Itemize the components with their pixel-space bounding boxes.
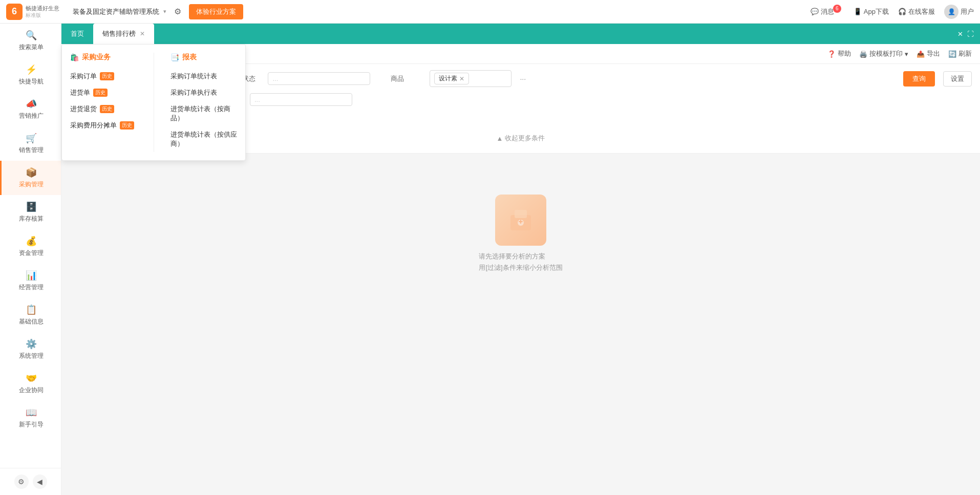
- inbound-label: 进货单: [70, 88, 90, 97]
- tab-expand-icon[interactable]: ⛶: [967, 30, 974, 38]
- svg-rect-1: [515, 210, 527, 218]
- sidebar-item-quick-nav[interactable]: ⚡ 快捷导航: [0, 58, 61, 92]
- quick-nav-icon: ⚡: [26, 64, 37, 75]
- empty-text: 请先选择要分析的方案 用[过滤]条件来缩小分析范围: [479, 252, 562, 274]
- purchase-section-icon: 🛍️: [70, 53, 79, 61]
- report-section-icon: 📑: [171, 53, 179, 61]
- headset-icon: 🎧: [898, 8, 906, 15]
- sidebar: 🔍 搜索菜单 ⚡ 快捷导航 📣 营销推广 🛒 销售管理 📦 采购管理 🗄️ 库存…: [0, 24, 61, 495]
- sales-icon: 🛒: [26, 133, 37, 144]
- print-button[interactable]: 🖨️ 按模板打印 ▾: [859, 49, 908, 58]
- refresh-button[interactable]: 🔄 刷新: [948, 49, 972, 58]
- dropdown-item-expense[interactable]: 采购费用分摊单 历史: [70, 117, 137, 134]
- sidebar-item-system[interactable]: ⚙️ 系统管理: [0, 332, 61, 367]
- print-icon: 🖨️: [859, 50, 867, 58]
- main-wrapper: 🛍️ 采购业务 采购订单 历史 进货单 历史 进货退货 历史 采购费用分摊单: [61, 24, 980, 495]
- dropdown-item-report-inbound-goods[interactable]: 进货单统计表（按商品）: [171, 101, 238, 126]
- expense-label: 采购费用分摊单: [70, 121, 117, 130]
- logo-text: 畅捷通好生意 标准版: [26, 5, 59, 18]
- sidebar-item-marketing[interactable]: 📣 营销推广: [0, 92, 61, 126]
- filter-settings-button[interactable]: 设置: [943, 71, 972, 87]
- query-button[interactable]: 查询: [903, 71, 935, 87]
- enterprise-icon: 🤝: [26, 373, 37, 384]
- history-badge-1: 历史: [100, 72, 114, 80]
- finance-icon: 💰: [26, 235, 37, 247]
- basic-info-icon: 📋: [26, 304, 37, 315]
- sidebar-bottom: ⚙ ◀: [0, 468, 61, 495]
- sidebar-item-purchase[interactable]: 📦 采购管理: [0, 161, 61, 195]
- tab-home[interactable]: 首页: [61, 24, 93, 44]
- salesman-input[interactable]: ...: [250, 93, 352, 106]
- sidebar-item-enterprise[interactable]: 🤝 企业协同: [0, 367, 61, 401]
- dropdown-report-col: 📑 报表 采购订单统计表 采购订单执行表 进货单统计表（按商品） 进货单统计表（…: [171, 53, 238, 152]
- avatar: 👤: [944, 5, 958, 19]
- export-button[interactable]: 📤 导出: [917, 49, 940, 58]
- purchase-icon: 📦: [26, 167, 37, 178]
- sidebar-item-basic-info[interactable]: 📋 基础信息: [0, 298, 61, 332]
- system-title: 装备及固定资产辅助管理系统: [73, 7, 159, 16]
- goods-tag: 设计素 ✕: [434, 73, 469, 84]
- goods-input[interactable]: 设计素 ✕: [430, 70, 512, 87]
- dropdown-purchase-col: 🛍️ 采购业务 采购订单 历史 进货单 历史 进货退货 历史 采购费用分摊单: [70, 53, 137, 152]
- dropdown-item-report-order-stat[interactable]: 采购订单统计表: [171, 68, 238, 84]
- export-icon: 📤: [917, 50, 925, 58]
- dropdown-report-title: 📑 报表: [171, 53, 238, 62]
- settings-icon-button[interactable]: ⚙: [171, 5, 185, 19]
- message-badge: 6: [833, 5, 841, 13]
- dropdown-divider: [154, 53, 154, 152]
- dropdown-arrow-icon[interactable]: ▾: [163, 8, 166, 15]
- refresh-icon: 🔄: [948, 50, 956, 58]
- tab-bar: 首页 销售排行榜 ✕ ✕ ⛶: [61, 24, 980, 44]
- user-button[interactable]: 👤 用户: [944, 5, 974, 19]
- help-button[interactable]: ❓ 帮助: [827, 49, 851, 58]
- system-icon: ⚙️: [26, 338, 37, 350]
- sidebar-item-guide[interactable]: 📖 新手引导: [0, 401, 61, 435]
- tab-close-icon[interactable]: ✕: [957, 30, 963, 38]
- sidebar-item-inventory[interactable]: 🗄️ 库存核算: [0, 195, 61, 229]
- inventory-icon: 🗄️: [26, 201, 37, 212]
- tab-sales-ranking[interactable]: 销售排行榜 ✕: [93, 24, 154, 44]
- trial-button[interactable]: 体验行业方案: [189, 4, 243, 19]
- collapse-button[interactable]: ▲ 收起更多条件: [497, 134, 545, 143]
- sidebar-item-finance[interactable]: 💰 资金管理: [0, 229, 61, 264]
- bill-status-input[interactable]: ...: [268, 72, 370, 85]
- sidebar-item-search-menu[interactable]: 🔍 搜索菜单: [0, 24, 61, 58]
- sidebar-settings-button[interactable]: ⚙: [14, 475, 29, 489]
- top-bar: 6 畅捷通好生意 标准版 装备及固定资产辅助管理系统 ▾ ⚙ 体验行业方案 💬 …: [0, 0, 980, 24]
- search-icon: 🔍: [26, 30, 37, 41]
- dropdown-item-purchase-order[interactable]: 采购订单 历史: [70, 68, 137, 84]
- guide-icon: 📖: [26, 407, 37, 418]
- dropdown-purchase-title: 🛍️ 采购业务: [70, 53, 137, 62]
- history-badge-2: 历史: [93, 89, 108, 97]
- message-button[interactable]: 💬 消息 6: [811, 7, 844, 16]
- sidebar-item-operation[interactable]: 📊 经营管理: [0, 264, 61, 298]
- logo-icon: 6: [6, 4, 23, 20]
- dropdown-item-report-order-exec[interactable]: 采购订单执行表: [171, 84, 238, 101]
- empty-svg: [505, 205, 536, 235]
- sidebar-collapse-button[interactable]: ◀: [33, 475, 47, 489]
- empty-state: 请先选择要分析的方案 用[过滤]条件来缩小分析范围: [61, 154, 980, 315]
- message-icon: 💬: [811, 8, 819, 15]
- top-bar-right: 💬 消息 6 📱 App下载 🎧 在线客服 👤 用户: [811, 5, 974, 19]
- layout: 🔍 搜索菜单 ⚡ 快捷导航 📣 营销推广 🛒 销售管理 📦 采购管理 🗄️ 库存…: [0, 24, 980, 495]
- goods-label: 商品: [391, 74, 421, 83]
- goods-tag-remove[interactable]: ✕: [459, 75, 464, 82]
- app-download-button[interactable]: 📱 App下载: [854, 7, 889, 16]
- operation-icon: 📊: [26, 270, 37, 281]
- svg-rect-4: [520, 220, 521, 224]
- empty-icon: [495, 195, 546, 246]
- system-title-area: 装备及固定资产辅助管理系统 ▾ ⚙ 体验行业方案: [73, 4, 811, 19]
- marketing-icon: 📣: [26, 98, 37, 110]
- dropdown-item-return[interactable]: 进货退货 历史: [70, 101, 137, 117]
- tab-close-button[interactable]: ✕: [140, 30, 145, 37]
- purchase-order-label: 采购订单: [70, 72, 97, 81]
- dropdown-item-inbound[interactable]: 进货单 历史: [70, 84, 137, 101]
- sidebar-item-sales[interactable]: 🛒 销售管理: [0, 126, 61, 161]
- dropdown-item-report-inbound-supplier[interactable]: 进货单统计表（按供应商）: [171, 126, 238, 152]
- help-icon: ❓: [827, 50, 836, 58]
- history-badge-3: 历史: [100, 105, 114, 113]
- collapse-icon: ▲: [497, 135, 503, 142]
- return-label: 进货退货: [70, 104, 97, 114]
- online-service-button[interactable]: 🎧 在线客服: [898, 7, 935, 16]
- goods-ellipsis[interactable]: ···: [520, 75, 526, 83]
